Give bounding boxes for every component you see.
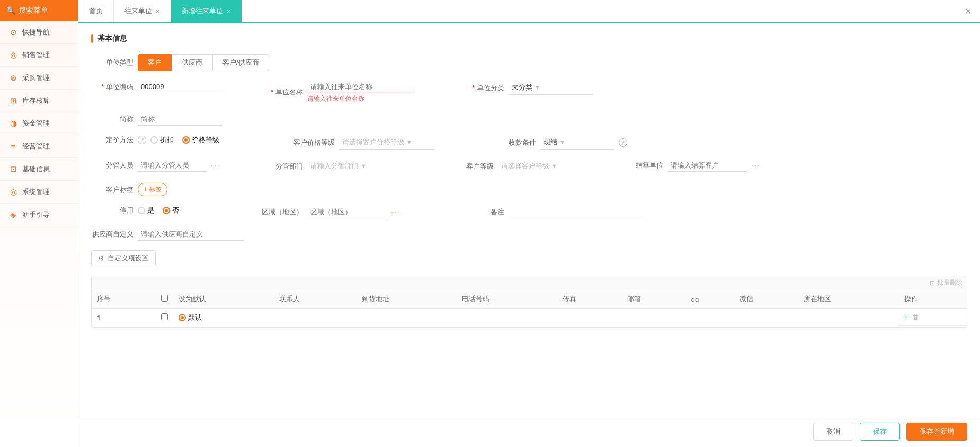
save-btn[interactable]: 保存 [860,423,900,441]
type-btn-customer[interactable]: 客户 [138,54,172,71]
tab-partner-list[interactable]: 往来单位 ✕ [114,0,171,22]
region-dots-btn[interactable]: ··· [391,208,400,216]
sidebar-item-basic[interactable]: ⊡ 基础信息 [0,158,78,181]
pricing-radio-discount[interactable]: 折扣 [150,135,174,145]
section-title: 基本信息 [97,34,127,43]
col-fax: 传真 [557,290,621,309]
window-close-btn[interactable]: ✕ [956,0,980,22]
abbr-input[interactable] [138,113,222,126]
customer-price-level-select[interactable]: 请选择客户价格等级 ▼ [339,135,434,150]
payment-terms-help-icon[interactable]: ? [619,138,627,147]
tab-new-partner-close[interactable]: ✕ [226,8,231,15]
sidebar-item-operations[interactable]: ≡ 经营管理 [0,135,78,158]
col-seq: 序号 [92,290,156,309]
customer-level-select[interactable]: 请选择客户等级 ▼ [498,159,583,173]
batch-delete-btn[interactable]: ⊡ 批量删除 [930,278,963,287]
disabled-radio-yes[interactable]: 是 [138,206,154,215]
footer: 取消 保存 保存并新增 [78,416,980,447]
settlement-dots-btn[interactable]: ··· [751,161,761,170]
cell-email [622,309,686,327]
cell-contact [274,309,357,327]
delete-row-btn[interactable]: 🗑 [912,313,919,321]
pricing-radio-group: 折扣 价格等级 [150,135,219,145]
payment-terms-field: 收款条件 现结 ▼ ? [494,135,967,150]
department-label: 分管部门 [261,162,303,171]
col-qq: qq [686,290,734,309]
tab-partner-list-close[interactable]: ✕ [155,8,160,15]
disabled-field: 停用 是 否 [91,206,261,215]
custom-settings-btn[interactable]: ⚙ 自定义项设置 [91,250,156,266]
cell-seq: 1 [92,309,156,327]
tab-home[interactable]: 首页 [78,0,114,22]
region-label: 区域（地区） [261,207,303,217]
unit-category-field: 单位分类 未分类 ▼ [462,81,967,95]
sidebar-item-finance[interactable]: ◑ 资金管理 [0,112,78,135]
quick-nav-icon: ⊙ [8,28,18,37]
pricing-radio-level[interactable]: 价格等级 [182,135,219,145]
unit-name-wrap: 请输入往来单位名称 [307,81,413,103]
disabled-radio-no[interactable]: 否 [163,206,179,215]
settlement-input[interactable] [667,159,747,172]
manager-field: 分管人员 ··· [91,159,261,172]
manager-dots-btn[interactable]: ··· [211,161,220,170]
unit-category-select[interactable]: 未分类 ▼ [509,81,593,95]
pricing-radio-level-dot [184,138,188,142]
cell-checkbox[interactable] [156,309,173,327]
customer-price-level-label: 客户价格等级 [292,138,335,147]
sidebar-label-basic: 基础信息 [22,164,50,174]
sidebar-item-system[interactable]: ◎ 系统管理 [0,181,78,204]
supplier-custom-row: 供应商自定义 [91,228,967,241]
customer-level-placeholder: 请选择客户等级 [501,161,549,171]
remark-input[interactable] [509,206,646,218]
cell-region [798,309,899,327]
tab-new-partner[interactable]: 新增往来单位 ✕ [171,0,242,22]
department-select[interactable]: 请输入分管部门 ▼ [307,159,392,173]
form-content: 基本信息 单位类型 客户 供应商 客户/供应商 单位编码 单位名称 [78,23,980,416]
type-btn-both[interactable]: 客户/供应商 [212,54,269,71]
abbr-field: 简称 [91,113,261,126]
tab-new-partner-label: 新增往来单位 [182,6,223,16]
customer-tag-label: 客户标签 [91,185,133,195]
add-tag-btn[interactable]: + 标签 [138,183,167,196]
supplier-custom-input[interactable] [138,228,244,241]
settlement-label: 结算单位 [621,161,663,170]
cancel-btn[interactable]: 取消 [813,423,853,441]
save-new-btn[interactable]: 保存并新增 [906,423,967,441]
col-email: 邮箱 [622,290,686,309]
disabled-no-circle [163,207,170,214]
table-header-row: ⊡ 批量删除 [92,276,967,290]
pricing-help-icon[interactable]: ? [138,136,146,144]
inventory-icon: ⊞ [8,96,18,106]
pricing-radio-discount-label: 折扣 [160,135,174,145]
unit-name-input[interactable] [307,81,413,93]
add-row-btn[interactable]: + [904,313,908,321]
cell-default[interactable]: 默认 [173,309,274,327]
remark-label: 备注 [462,207,504,217]
sidebar-item-guide[interactable]: ◈ 新手引导 [0,204,78,226]
sidebar-item-purchase[interactable]: ⊗ 采购管理 [0,67,78,90]
gear-icon: ⚙ [98,255,104,262]
payment-terms-select[interactable]: 现结 ▼ [540,135,614,150]
col-region: 所在地区 [798,290,899,309]
type-btn-supplier[interactable]: 供应商 [172,54,212,71]
batch-delete-icon: ⊡ [930,279,935,287]
sidebar-item-quick-nav[interactable]: ⊙ 快捷导航 [0,21,78,44]
sidebar-search[interactable]: 🔍 搜索菜单 [0,0,78,21]
unit-code-input[interactable] [138,81,222,93]
cell-ops[interactable]: + 🗑 [899,309,967,326]
sidebar-item-sales[interactable]: ◎ 销售管理 [0,44,78,67]
remark-field: 备注 [462,206,967,218]
finance-icon: ◑ [8,119,18,128]
region-input[interactable] [307,206,387,218]
cell-wechat [734,309,798,327]
unit-name-field: 单位名称 请输入往来单位名称 [261,81,462,103]
tab-bar: 首页 往来单位 ✕ 新增往来单位 ✕ ✕ [78,0,980,23]
sidebar-item-inventory[interactable]: ⊞ 库存核算 [0,90,78,112]
manager-input[interactable] [138,159,207,172]
row-checkbox[interactable] [161,313,168,320]
custom-settings-label: 自定义项设置 [108,253,149,263]
unit-type-row: 单位类型 客户 供应商 客户/供应商 [91,54,967,71]
code-name-category-row: 单位编码 单位名称 请输入往来单位名称 单位分类 未分类 ▼ [91,81,967,103]
select-all-checkbox[interactable] [161,295,168,302]
default-radio[interactable]: 默认 [179,313,269,322]
